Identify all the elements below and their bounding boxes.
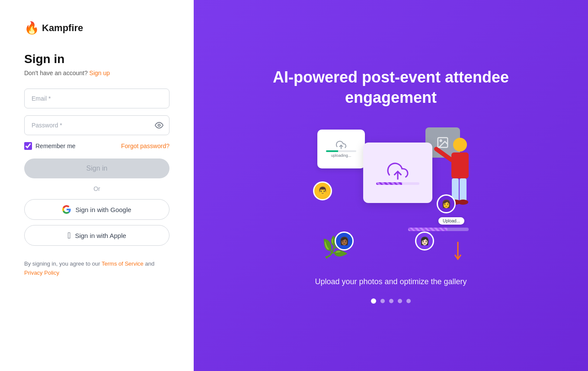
privacy-link[interactable]: Privacy Policy <box>24 270 59 276</box>
hero-subtitle: Upload your photos and optimize the gall… <box>315 277 467 286</box>
main-upload-card <box>363 143 432 203</box>
signup-link[interactable]: Sign up <box>89 70 110 76</box>
avatar-bubble-1: 👨 <box>313 181 332 200</box>
hero-illustration: uploading... <box>309 125 473 263</box>
or-divider: Or <box>24 185 169 192</box>
upload-progress-mini <box>326 150 356 152</box>
avatar-bubble-2: 👩 <box>437 194 456 213</box>
password-input[interactable] <box>24 115 169 135</box>
terms-text: By signing in, you agree to our Terms of… <box>24 260 169 278</box>
dot-5[interactable] <box>406 299 411 303</box>
svg-line-7 <box>436 149 451 160</box>
illustration-container: uploading... <box>309 125 473 263</box>
logo-area: 🔥 Kampfire <box>24 21 169 35</box>
eye-icon <box>155 121 163 130</box>
cloud-upload-icon <box>334 140 348 150</box>
google-btn-label: Sign in with Google <box>75 206 131 213</box>
logo-text: Kampfire <box>42 22 83 34</box>
carousel-dots <box>371 298 411 304</box>
progress-text: uploading... <box>331 153 352 158</box>
dot-4[interactable] <box>398 299 402 303</box>
svg-point-0 <box>158 124 160 127</box>
password-wrapper <box>24 115 169 135</box>
avatar-bubble-3: 👩🏾 <box>335 231 354 251</box>
arrow-plant-icon <box>451 242 464 263</box>
forgot-password-link[interactable]: Forgot password? <box>121 143 169 149</box>
apple-icon:  <box>67 231 70 240</box>
upload-bar-inner <box>408 228 447 231</box>
google-signin-button[interactable]: Sign in with Google <box>24 199 169 220</box>
apple-btn-label: Sign in with Apple <box>75 232 126 239</box>
svg-point-5 <box>453 138 467 152</box>
svg-point-11 <box>458 200 468 205</box>
terms-link[interactable]: Terms of Service <box>102 260 144 267</box>
hero-title: AI-powered post-event attendee engagemen… <box>270 67 512 108</box>
remember-checkbox[interactable] <box>24 142 32 150</box>
remember-label[interactable]: Remember me <box>35 143 76 149</box>
google-icon <box>62 205 71 214</box>
password-group <box>24 115 169 135</box>
email-input[interactable] <box>24 89 169 108</box>
avatar-bubble-4: 👩🏻 <box>415 231 434 251</box>
progress-fill <box>326 150 338 152</box>
svg-rect-9 <box>460 178 467 202</box>
left-panel: 🔥 Kampfire Sign in Don't have an account… <box>0 0 194 371</box>
svg-rect-6 <box>451 152 469 178</box>
remember-row: Remember me Forgot password? <box>24 142 169 150</box>
signin-button[interactable]: Sign in <box>24 159 169 178</box>
upload-bar-outer <box>408 228 469 231</box>
dot-1[interactable] <box>371 298 376 304</box>
upload-progress-bar <box>376 182 419 185</box>
password-toggle-button[interactable] <box>155 121 163 130</box>
remember-left: Remember me <box>24 142 76 150</box>
cloud-card: uploading... <box>317 130 365 168</box>
signup-prompt: Don't have an account? Sign up <box>24 70 169 76</box>
dot-2[interactable] <box>380 299 385 303</box>
email-group <box>24 89 169 108</box>
upload-label: Upload... <box>438 217 464 225</box>
right-panel: AI-powered post-event attendee engagemen… <box>194 0 588 371</box>
upload-cloud-icon <box>387 161 409 182</box>
upload-progress-fill <box>376 182 402 185</box>
apple-signin-button[interactable]:  Sign in with Apple <box>24 225 169 246</box>
dot-3[interactable] <box>389 299 393 303</box>
flame-icon: 🔥 <box>24 21 39 35</box>
page-title: Sign in <box>24 52 169 66</box>
